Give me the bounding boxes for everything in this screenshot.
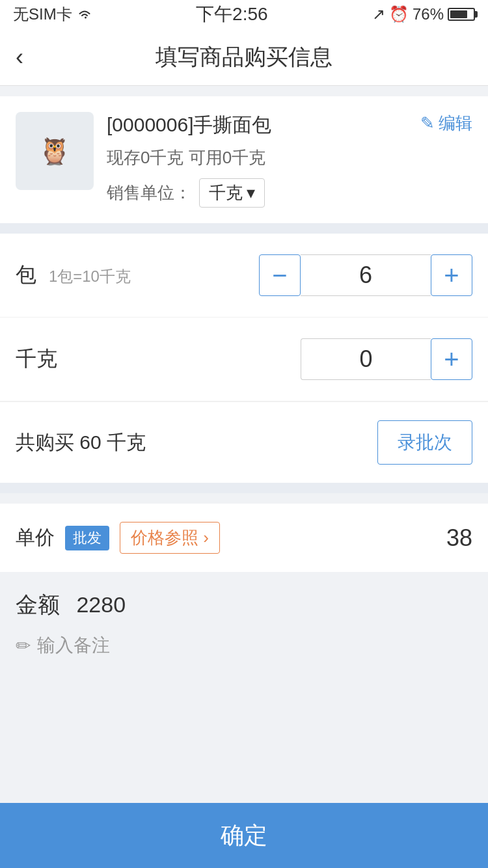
product-logo: 🦉	[38, 136, 71, 167]
bao-qty-control: − +	[259, 254, 472, 296]
price-badge: 批发	[65, 526, 109, 550]
bao-decrement-button[interactable]: −	[259, 254, 301, 296]
battery-text: 76%	[413, 5, 444, 23]
bao-label: 包 1包=10千克	[16, 261, 259, 290]
note-icon: ✏	[16, 635, 31, 657]
price-value: 38	[446, 524, 472, 552]
quantity-section: 包 1包=10千克 − + 千克 + 共购买 60 千克 录批次	[0, 234, 488, 483]
price-label: 单价	[16, 524, 55, 551]
unit-dropdown-icon: ▾	[247, 183, 255, 203]
bao-increment-button[interactable]: +	[431, 254, 472, 296]
kg-qty-input[interactable]	[301, 338, 431, 380]
edit-label: 编辑	[439, 112, 472, 135]
bao-quantity-row: 包 1包=10千克 − +	[0, 234, 488, 318]
note-row[interactable]: ✏ 输入备注	[16, 633, 472, 658]
kg-increment-button[interactable]: +	[431, 338, 472, 380]
status-bar: 无SIM卡 下午2:56 ↗ ⏰ 76%	[0, 0, 488, 29]
unit-select[interactable]: 千克 ▾	[199, 178, 265, 208]
product-name: [0000006]手撕面包	[107, 112, 472, 139]
alarm-icon: ⏰	[389, 5, 409, 23]
separator-1	[0, 223, 488, 234]
kg-qty-control: +	[301, 338, 472, 380]
status-bar-time: 下午2:56	[196, 2, 268, 27]
confirm-label: 确定	[221, 820, 267, 852]
wifi-icon	[77, 9, 92, 20]
kg-quantity-row: 千克 +	[0, 318, 488, 401]
amount-row: 金额 2280	[16, 590, 472, 620]
page-title: 填写商品购买信息	[156, 42, 332, 72]
note-placeholder: 输入备注	[37, 633, 110, 658]
product-thumbnail: 🦉	[16, 112, 94, 190]
total-row: 共购买 60 千克 录批次	[0, 401, 488, 483]
amount-label: 金额	[16, 592, 60, 617]
product-unit-row: 销售单位： 千克 ▾	[107, 178, 472, 208]
product-stock: 现存0千克 可用0千克	[107, 146, 472, 169]
edit-icon: ✎	[420, 113, 435, 133]
amount-value: 2280	[76, 592, 126, 617]
product-card: 🦉 [0000006]手撕面包 现存0千克 可用0千克 销售单位： 千克 ▾ ✎…	[0, 96, 488, 223]
separator-2	[0, 483, 488, 493]
amount-section: 金额 2280 ✏ 输入备注	[0, 572, 488, 676]
bao-qty-input[interactable]	[301, 254, 431, 296]
carrier-text: 无SIM卡	[13, 4, 72, 25]
kg-label: 千克	[16, 345, 301, 373]
product-info: [0000006]手撕面包 现存0千克 可用0千克 销售单位： 千克 ▾	[107, 112, 472, 208]
confirm-bar[interactable]: 确定	[0, 803, 488, 868]
battery-icon	[448, 8, 475, 21]
total-text: 共购买 60 千克	[16, 429, 146, 456]
status-bar-right: ↗ ⏰ 76%	[372, 5, 475, 23]
back-button[interactable]: ‹	[16, 44, 23, 71]
unit-label: 销售单位：	[107, 182, 191, 204]
location-icon: ↗	[372, 5, 385, 23]
price-ref-button[interactable]: 价格参照 ›	[120, 522, 220, 554]
bao-hint: 1包=10千克	[49, 267, 131, 285]
status-bar-left: 无SIM卡	[13, 4, 92, 25]
price-section: 单价 批发 价格参照 › 38	[0, 504, 488, 572]
nav-bar: ‹ 填写商品购买信息	[0, 29, 488, 86]
batch-button[interactable]: 录批次	[377, 420, 472, 465]
unit-value: 千克	[209, 182, 243, 204]
edit-button[interactable]: ✎ 编辑	[420, 112, 472, 135]
